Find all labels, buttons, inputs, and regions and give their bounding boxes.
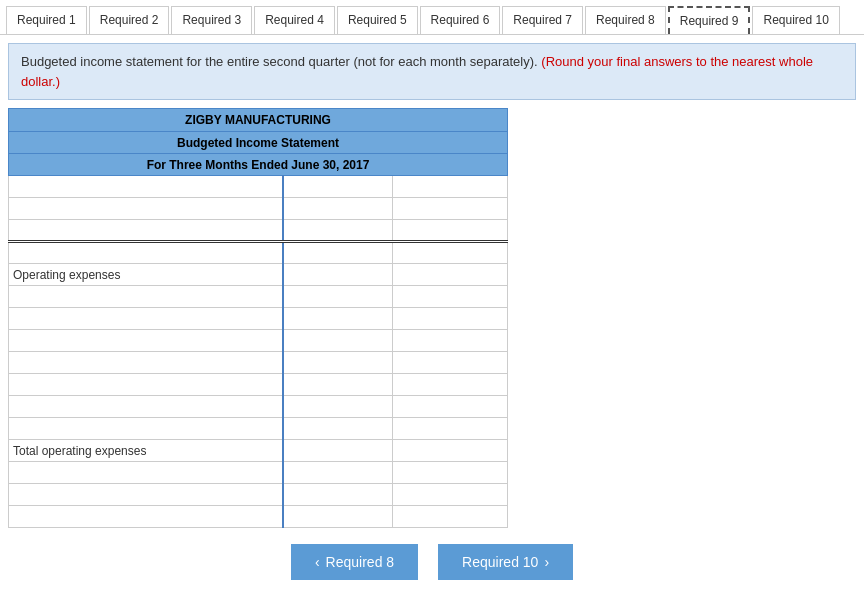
row-value-col1[interactable] [283, 352, 393, 374]
row-value-col2[interactable] [393, 264, 508, 286]
row-value-col2[interactable] [393, 242, 508, 264]
table-row [9, 462, 508, 484]
tab-required-10[interactable]: Required 10 [752, 6, 839, 34]
tab-required-3[interactable]: Required 3 [171, 6, 252, 34]
row-value-col1[interactable] [283, 484, 393, 506]
row-label [9, 396, 283, 418]
row-value-col2[interactable] [393, 308, 508, 330]
row-value-col2[interactable] [393, 484, 508, 506]
row-value-col2[interactable] [393, 462, 508, 484]
value-input-col1[interactable] [284, 198, 392, 219]
prev-button[interactable]: ‹ Required 8 [291, 544, 418, 580]
table-title-header: Budgeted Income Statement [9, 132, 508, 154]
row-value-col2[interactable] [393, 374, 508, 396]
row-label [9, 176, 283, 198]
table-row [9, 506, 508, 528]
value-input-col2[interactable] [393, 506, 507, 527]
row-value-col2[interactable] [393, 176, 508, 198]
row-value-col1[interactable] [283, 264, 393, 286]
table-row [9, 418, 508, 440]
row-value-col1[interactable] [283, 286, 393, 308]
value-input-col1[interactable] [284, 330, 392, 351]
tab-required-4[interactable]: Required 4 [254, 6, 335, 34]
row-value-col1[interactable] [283, 396, 393, 418]
row-value-col2[interactable] [393, 286, 508, 308]
prev-arrow-icon: ‹ [315, 554, 320, 570]
row-value-col1[interactable] [283, 418, 393, 440]
table-row [9, 374, 508, 396]
next-button[interactable]: Required 10 › [438, 544, 573, 580]
table-row [9, 396, 508, 418]
value-input-col2[interactable] [393, 176, 507, 197]
value-input-col1[interactable] [284, 396, 392, 417]
row-value-col1[interactable] [283, 506, 393, 528]
value-input-col1[interactable] [284, 308, 392, 329]
row-value-col2[interactable] [393, 418, 508, 440]
row-label [9, 462, 283, 484]
row-label: Operating expenses [9, 264, 283, 286]
value-input-col1[interactable] [284, 286, 392, 307]
row-value-col1[interactable] [283, 198, 393, 220]
row-value-col1[interactable] [283, 462, 393, 484]
tab-required-1[interactable]: Required 1 [6, 6, 87, 34]
value-input-col1[interactable] [284, 243, 392, 263]
table-row [9, 484, 508, 506]
row-label [9, 286, 283, 308]
row-value-col1[interactable] [283, 374, 393, 396]
table-company-header: ZIGBY MANUFACTURING [9, 109, 508, 132]
table-row [9, 176, 508, 198]
row-label [9, 506, 283, 528]
bottom-buttons: ‹ Required 8 Required 10 › [8, 544, 856, 580]
row-value-col1[interactable] [283, 330, 393, 352]
income-table: ZIGBY MANUFACTURING Budgeted Income Stat… [8, 108, 508, 528]
tab-bar: Required 1 Required 2 Required 3 Require… [0, 0, 864, 35]
row-value-col2[interactable] [393, 506, 508, 528]
table-period-header: For Three Months Ended June 30, 2017 [9, 154, 508, 176]
row-label [9, 308, 283, 330]
value-input-col1[interactable] [284, 462, 392, 483]
row-value-col2[interactable] [393, 330, 508, 352]
tab-required-8[interactable]: Required 8 [585, 6, 666, 34]
value-input-col1[interactable] [284, 220, 392, 240]
value-input-col2[interactable] [393, 440, 507, 461]
row-value-col2[interactable] [393, 198, 508, 220]
row-label [9, 352, 283, 374]
row-value-col2[interactable] [393, 396, 508, 418]
value-input-col1[interactable] [284, 506, 392, 527]
value-input-col1[interactable] [284, 484, 392, 505]
row-value-col2[interactable] [393, 352, 508, 374]
row-value-col2[interactable] [393, 440, 508, 462]
value-input-col2[interactable] [393, 243, 507, 263]
value-input-col2[interactable] [393, 462, 507, 483]
value-input-col1[interactable] [284, 374, 392, 395]
tab-required-7[interactable]: Required 7 [502, 6, 583, 34]
table-row [9, 198, 508, 220]
table-row: Total operating expenses [9, 440, 508, 462]
instruction-text: Budgeted income statement for the entire… [21, 54, 538, 69]
row-label [9, 374, 283, 396]
tab-required-6[interactable]: Required 6 [420, 6, 501, 34]
value-input-col1[interactable] [284, 352, 392, 373]
next-arrow-icon: › [544, 554, 549, 570]
table-row [9, 330, 508, 352]
tab-required-5[interactable]: Required 5 [337, 6, 418, 34]
row-label [9, 484, 283, 506]
row-value-col1[interactable] [283, 176, 393, 198]
row-value-col1[interactable] [283, 220, 393, 242]
table-row [9, 352, 508, 374]
value-input-col1[interactable] [284, 440, 392, 461]
row-value-col1[interactable] [283, 440, 393, 462]
next-button-label: Required 10 [462, 554, 538, 570]
tab-required-2[interactable]: Required 2 [89, 6, 170, 34]
table-row [9, 308, 508, 330]
tab-required-9[interactable]: Required 9 [668, 6, 751, 34]
value-input-col1[interactable] [284, 264, 392, 285]
income-statement-container: ZIGBY MANUFACTURING Budgeted Income Stat… [8, 108, 508, 528]
row-value-col1[interactable] [283, 308, 393, 330]
row-value-col1[interactable] [283, 242, 393, 264]
row-label [9, 242, 283, 264]
row-value-col2[interactable] [393, 220, 508, 242]
value-input-col1[interactable] [284, 176, 392, 197]
prev-button-label: Required 8 [326, 554, 395, 570]
value-input-col1[interactable] [284, 418, 392, 439]
